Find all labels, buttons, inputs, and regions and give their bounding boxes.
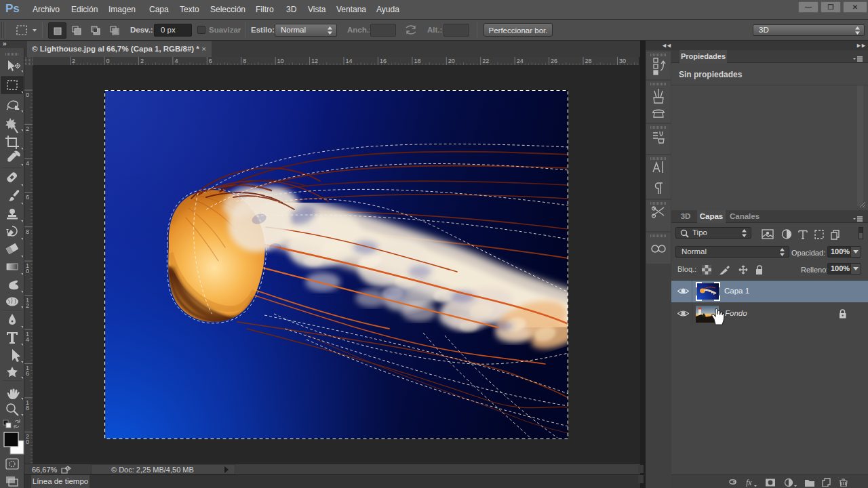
svg-text:6: 6	[26, 194, 29, 201]
svg-text:28: 28	[585, 58, 592, 64]
svg-text:18: 18	[414, 58, 420, 64]
svg-text:16: 16	[380, 58, 387, 64]
svg-text:8: 8	[243, 58, 246, 64]
svg-text:30: 30	[619, 58, 626, 64]
svg-text:fx: fx	[746, 478, 752, 487]
svg-text:2: 2	[140, 58, 144, 64]
svg-text:20: 20	[448, 58, 455, 64]
svg-text:6: 6	[26, 370, 29, 377]
svg-text:4: 4	[174, 58, 178, 64]
svg-text:0: 0	[26, 268, 29, 274]
svg-text:8: 8	[26, 228, 29, 235]
svg-text:26: 26	[551, 58, 557, 64]
svg-text:4: 4	[26, 160, 29, 167]
svg-text:4: 4	[26, 336, 29, 343]
svg-text:24: 24	[517, 58, 524, 64]
svg-text:2: 2	[72, 58, 75, 64]
svg-text:0: 0	[26, 439, 29, 445]
svg-text:10: 10	[277, 58, 284, 64]
svg-text:8: 8	[26, 405, 29, 411]
svg-text:12: 12	[311, 58, 318, 64]
svg-text:2: 2	[26, 125, 29, 132]
svg-text:14: 14	[346, 58, 353, 64]
svg-text:0: 0	[26, 92, 29, 98]
svg-text:6: 6	[209, 58, 212, 64]
svg-text:0: 0	[106, 58, 110, 64]
svg-text:22: 22	[482, 58, 489, 64]
svg-text:2: 2	[26, 302, 29, 309]
